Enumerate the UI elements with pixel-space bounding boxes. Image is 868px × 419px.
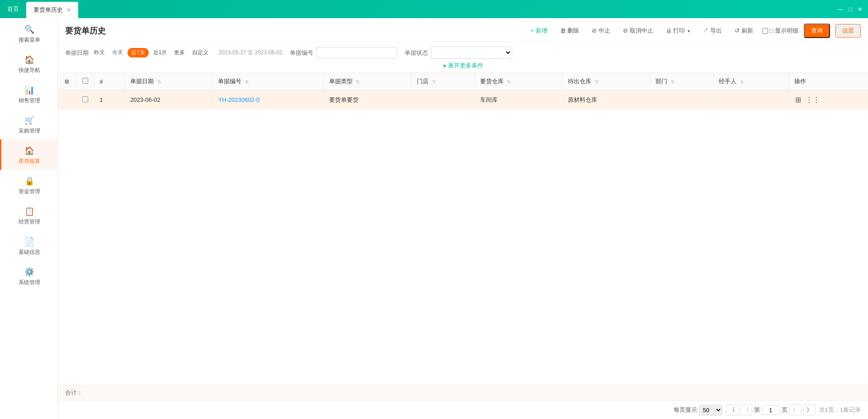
th-doc-date-label: 单据日期 <box>130 78 154 85</box>
tab-close-icon[interactable]: ✕ <box>66 7 71 13</box>
th-department[interactable]: 部门 ⇅ <box>650 73 713 90</box>
th-doc-type-label: 单据类型 <box>329 78 353 85</box>
show-detail-checkbox[interactable]: □ 显示明细 <box>762 27 798 35</box>
tab-home-label: 首页 <box>7 5 19 13</box>
sort-icon-dept: ⇅ <box>671 79 675 84</box>
first-page-btn[interactable]: 《 <box>726 405 738 415</box>
select-all-checkbox[interactable] <box>82 78 88 84</box>
sidebar-item-inventory[interactable]: 🏠 库存核算 <box>0 139 57 170</box>
th-store[interactable]: 门店 ⇅ <box>411 73 474 90</box>
sidebar-item-basic-info[interactable]: 📄 基础信息 <box>0 230 57 261</box>
top-bar: 首页 要货单历史 ✕ — □ ✕ <box>0 0 868 18</box>
page-header: 要货单历史 + 新增 🗑 删除 ⊘ 中止 ⊘ 取消中止 🖨 打印 ▾ <box>58 18 868 42</box>
th-doc-date[interactable]: 单据日期 ⇅ <box>125 73 212 90</box>
shortcut-last7[interactable]: 近7天 <box>127 48 149 57</box>
sidebar-item-search-menu[interactable]: 🔍 搜索菜单 <box>0 18 57 48</box>
add-label: + 新增 <box>531 27 547 35</box>
sidebar-item-label-system: 系统管理 <box>19 279 40 286</box>
th-req-warehouse[interactable]: 要货仓库 ⇅ <box>474 73 562 90</box>
shortcut-custom[interactable]: 自定义 <box>189 48 211 57</box>
export-label: ↗ 导出 <box>703 27 722 35</box>
add-button[interactable]: + 新增 <box>527 25 551 37</box>
shortcut-yesterday[interactable]: 昨天 <box>91 48 108 57</box>
doc-no-link[interactable]: YH-20230602-0 <box>218 96 259 103</box>
cancel-stop-label: ⊘ 取消中止 <box>623 27 653 35</box>
show-detail-input[interactable] <box>762 28 768 34</box>
sort-icon-no: ⇅ <box>245 79 249 84</box>
pagination-bar: 每页显示 50 20 100 《 〈 第 页 〉 》 共1页，1条记录 <box>58 400 868 419</box>
docno-filter-group: 单据编号 <box>290 47 397 58</box>
row-edit-icon[interactable]: ⊞ <box>794 95 802 105</box>
per-page-select[interactable]: 50 20 100 <box>699 405 722 415</box>
sidebar-item-sales[interactable]: 📊 销售管理 <box>0 79 57 109</box>
docno-input[interactable] <box>316 47 397 58</box>
main-layout: 🔍 搜索菜单 🏠 快捷导航 📊 销售管理 🛒 采购管理 🏠 库存核算 🔒 资金管… <box>0 18 868 419</box>
query-button[interactable]: 查询 <box>804 24 830 38</box>
td-index: 1 <box>94 90 125 110</box>
th-doc-type[interactable]: 单据类型 ⇅ <box>323 73 411 90</box>
tab-home[interactable]: 首页 <box>0 0 26 18</box>
td-department <box>650 90 713 110</box>
sidebar-item-finance[interactable]: 🔒 资金管理 <box>0 170 57 200</box>
td-doc-no[interactable]: YH-20230602-0 <box>212 90 323 110</box>
sort-icon-pendingwh: ⇅ <box>595 79 599 84</box>
refresh-label: ↺ 刷新 <box>735 27 753 35</box>
sidebar-item-operations[interactable]: 📋 经营管理 <box>0 200 57 230</box>
footer-total-label: 合计： <box>65 389 83 396</box>
system-icon: ⚙️ <box>24 267 34 277</box>
status-select[interactable] <box>431 47 512 59</box>
minimize-icon[interactable]: — <box>837 6 843 13</box>
prev-page-btn[interactable]: 〈 <box>740 405 752 415</box>
sidebar-item-label-purchase: 采购管理 <box>19 127 40 135</box>
sort-icon-date: ⇅ <box>157 79 161 84</box>
settings-button[interactable]: 设置 <box>835 24 861 38</box>
refresh-button[interactable]: ↺ 刷新 <box>731 25 757 37</box>
shortcut-today[interactable]: 今天 <box>109 48 126 57</box>
pagination-controls: 《 〈 第 页 〉 》 <box>726 405 816 415</box>
th-checkbox <box>76 73 94 90</box>
per-page-group: 每页显示 50 20 100 <box>674 405 722 415</box>
sort-icon-operator: ⇅ <box>740 79 744 84</box>
th-doc-no[interactable]: 单据编号 ⇅ <box>212 73 323 90</box>
tab-requisition-history[interactable]: 要货单历史 ✕ <box>26 2 78 18</box>
th-pending-warehouse[interactable]: 待出仓库 ⇅ <box>562 73 650 90</box>
window-controls: — □ ✕ <box>837 6 868 13</box>
delete-label: 🗑 删除 <box>560 27 580 35</box>
tab-requisition-label: 要货单历史 <box>33 6 63 14</box>
th-operator-label: 经手人 <box>719 78 736 85</box>
td-pending-warehouse: 原材料仓库 <box>562 90 650 110</box>
shortcut-more[interactable]: 更多 <box>171 48 188 57</box>
basic-info-icon: 📄 <box>24 237 34 247</box>
sidebar-item-purchase[interactable]: 🛒 采购管理 <box>0 109 57 139</box>
sidebar-item-system[interactable]: ⚙️ 系统管理 <box>0 261 57 291</box>
row-more-icon[interactable]: ⋮⋮ <box>805 95 821 105</box>
th-pending-wh-label: 待出仓库 <box>568 78 591 85</box>
stop-label: ⊘ 中止 <box>592 27 610 35</box>
row-checkbox[interactable] <box>82 96 88 102</box>
sidebar-item-label-search: 搜索菜单 <box>19 36 40 44</box>
stop-button[interactable]: ⊘ 中止 <box>588 25 614 37</box>
th-operator[interactable]: 经手人 ⇅ <box>713 73 789 90</box>
th-settings[interactable]: ⚙ <box>58 73 76 90</box>
sidebar-item-label-basic: 基础信息 <box>19 248 40 256</box>
export-button[interactable]: ↗ 导出 <box>699 25 726 37</box>
row-action-group: ⊞ ⋮⋮ <box>794 95 863 105</box>
cancel-stop-button[interactable]: ⊘ 取消中止 <box>619 25 657 37</box>
next-page-btn[interactable]: 〉 <box>789 405 802 415</box>
maximize-icon[interactable]: □ <box>849 6 852 13</box>
shortcut-last1month[interactable]: 近1月 <box>151 48 170 57</box>
last-page-btn[interactable]: 》 <box>803 405 816 415</box>
print-dropdown-icon: ▾ <box>688 29 690 33</box>
close-icon[interactable]: ✕ <box>858 6 863 13</box>
page-input[interactable] <box>762 405 780 415</box>
sidebar-item-quick-nav[interactable]: 🏠 快捷导航 <box>0 48 57 79</box>
expand-more-btn[interactable]: ▾ 展开更多条件 <box>65 62 861 70</box>
print-label: 🖨 打印 <box>666 27 685 35</box>
sidebar-item-label-sales: 销售管理 <box>19 97 40 105</box>
search-menu-icon: 🔍 <box>24 24 34 34</box>
td-actions: ⊞ ⋮⋮ <box>789 90 868 110</box>
delete-button[interactable]: 🗑 删除 <box>557 25 583 37</box>
td-operator <box>713 90 789 110</box>
print-button[interactable]: 🖨 打印 ▾ <box>662 25 694 37</box>
content-area: 要货单历史 + 新增 🗑 删除 ⊘ 中止 ⊘ 取消中止 🖨 打印 ▾ <box>58 18 868 419</box>
